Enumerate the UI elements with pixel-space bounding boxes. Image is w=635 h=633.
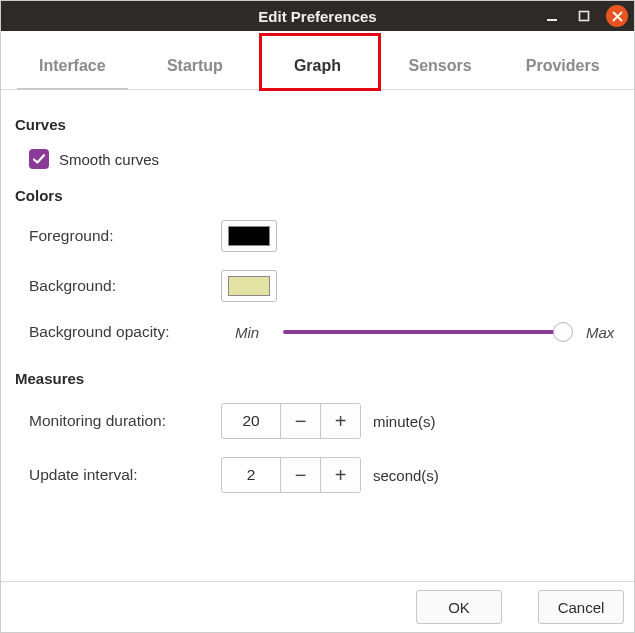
interval-spinbox: 2 − +	[221, 457, 361, 493]
opacity-min-label: Min	[235, 324, 269, 341]
tab-interface[interactable]: Interface	[11, 45, 134, 89]
opacity-max-label: Max	[586, 324, 620, 341]
tab-startup[interactable]: Startup	[134, 45, 257, 89]
smooth-curves-label: Smooth curves	[59, 151, 159, 168]
interval-value[interactable]: 2	[222, 458, 280, 492]
background-row: Background:	[29, 270, 620, 302]
duration-spinbox: 20 − +	[221, 403, 361, 439]
dialog-footer: OK Cancel	[1, 581, 634, 632]
foreground-row: Foreground:	[29, 220, 620, 252]
opacity-slider-thumb[interactable]	[553, 322, 573, 342]
minimize-button[interactable]	[542, 6, 562, 26]
ok-button[interactable]: OK	[416, 590, 502, 624]
foreground-label: Foreground:	[29, 227, 221, 245]
maximize-button[interactable]	[574, 6, 594, 26]
background-label: Background:	[29, 277, 221, 295]
section-measures-title: Measures	[15, 370, 620, 387]
window-title: Edit Preferences	[258, 8, 376, 25]
foreground-color-swatch	[228, 226, 270, 246]
background-color-button[interactable]	[221, 270, 277, 302]
duration-unit: minute(s)	[373, 413, 436, 430]
opacity-row: Background opacity: Min Max	[29, 320, 620, 344]
interval-unit: second(s)	[373, 467, 439, 484]
tab-graph[interactable]: Graph	[256, 45, 379, 89]
svg-rect-0	[547, 19, 557, 21]
interval-label: Update interval:	[29, 466, 221, 484]
duration-increment-button[interactable]: +	[320, 404, 360, 438]
duration-decrement-button[interactable]: −	[280, 404, 320, 438]
background-color-swatch	[228, 276, 270, 296]
duration-row: Monitoring duration: 20 − + minute(s)	[29, 403, 620, 439]
opacity-slider-track	[283, 330, 572, 334]
opacity-label: Background opacity:	[29, 323, 221, 341]
titlebar: Edit Preferences	[1, 1, 634, 31]
interval-decrement-button[interactable]: −	[280, 458, 320, 492]
smooth-curves-checkbox[interactable]	[29, 149, 49, 169]
tabstrip: Interface Startup Graph Sensors Provider…	[1, 31, 634, 90]
duration-value[interactable]: 20	[222, 404, 280, 438]
foreground-color-button[interactable]	[221, 220, 277, 252]
cancel-button[interactable]: Cancel	[538, 590, 624, 624]
section-colors-title: Colors	[15, 187, 620, 204]
opacity-slider[interactable]	[283, 320, 572, 344]
preferences-window: Edit Preferences Interface Startup Graph…	[0, 0, 635, 633]
tab-sensors[interactable]: Sensors	[379, 45, 502, 89]
interval-increment-button[interactable]: +	[320, 458, 360, 492]
section-curves-title: Curves	[15, 116, 620, 133]
content-area: Curves Smooth curves Colors Foreground: …	[1, 90, 634, 581]
svg-rect-1	[580, 12, 589, 21]
interval-row: Update interval: 2 − + second(s)	[29, 457, 620, 493]
window-controls	[542, 5, 628, 27]
close-button[interactable]	[606, 5, 628, 27]
smooth-curves-row: Smooth curves	[29, 149, 620, 169]
tab-providers[interactable]: Providers	[501, 45, 624, 89]
duration-label: Monitoring duration:	[29, 412, 221, 430]
